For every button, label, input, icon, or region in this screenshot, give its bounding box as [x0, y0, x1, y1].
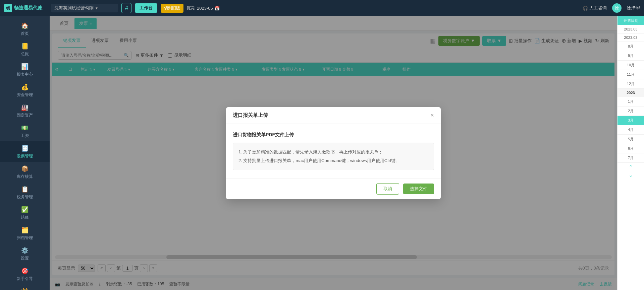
guide-icon: 🎯: [21, 267, 29, 275]
period-item-9[interactable]: 2月: [618, 106, 644, 116]
period-item-4[interactable]: 10月: [618, 61, 644, 70]
modal-close-button[interactable]: ×: [430, 112, 434, 119]
sidebar-item-payroll[interactable]: 💵 工资: [0, 121, 50, 141]
main-content: 首页 发票 × 销项发票 进项发票 费用小票: [50, 16, 617, 290]
switch-old-button[interactable]: 切到旧版: [161, 4, 183, 13]
period-panel: 开票日期 2023.03 2023.03 8月 9月 10月 11月 12月 2…: [617, 16, 644, 290]
modal-select-file-button[interactable]: 选择文件: [403, 184, 434, 194]
period-item-5[interactable]: 11月: [618, 70, 644, 79]
sidebar-label-payroll: 工资: [21, 133, 29, 139]
period-item-12[interactable]: 5月: [618, 135, 644, 144]
top-bar-right: 🎧 人工咨询 徐 徐泽华: [583, 3, 640, 13]
period-item-13[interactable]: 6月: [618, 144, 644, 153]
modal-info-item-2: 2. 支持批量上传进口报关单，mac用户使用Command键，windows用户…: [238, 156, 428, 165]
period-label: 账期: [187, 5, 196, 11]
period-item-8[interactable]: 1月: [618, 97, 644, 106]
sidebar-label-reports: 报表中心: [17, 72, 33, 77]
sidebar-item-guide[interactable]: 🎯 新手引导: [0, 264, 50, 284]
inventory-icon: 📦: [21, 165, 29, 172]
logo-icon: 畅: [4, 4, 12, 12]
sidebar-label-guide: 新手引导: [17, 276, 33, 282]
sidebar: 🏠 首页 📒 总账 📊 报表中心 💰 资金管理 🏭 固定资产 💵 工资 🧾 发票…: [0, 16, 50, 290]
sidebar-label-inventory: 库存核算: [17, 174, 33, 179]
period-item-2[interactable]: 8月: [618, 42, 644, 51]
top-bar: 畅 畅捷通易代账 沈海英测试经营勾削 ▼ 🖨 工作台 切到旧版 账期 2023-…: [0, 0, 644, 16]
user-name: 徐泽华: [627, 5, 640, 11]
modal-cancel-button[interactable]: 取消: [376, 183, 399, 195]
sidebar-item-vip[interactable]: 👑 畅会员: [0, 284, 50, 290]
period-down-icon[interactable]: ⌄: [629, 172, 633, 178]
funds-icon: 💰: [21, 83, 29, 91]
sidebar-label-settlement: 结账: [21, 215, 29, 220]
sidebar-label-funds: 资金管理: [17, 92, 33, 98]
ledger-icon: 📒: [21, 43, 29, 50]
sidebar-item-settlement[interactable]: ✅ 结账: [0, 203, 50, 223]
service-button[interactable]: 🎧 人工咨询: [583, 5, 607, 11]
modal-overlay: 进口报关单上传 × 进口货物报关单PDF文件上传 1. 为了更加精准的数据匹配，…: [50, 16, 617, 290]
sidebar-label-home: 首页: [21, 31, 29, 37]
modal-title: 进口报关单上传: [233, 112, 268, 119]
period-value: 2023-05: [197, 6, 213, 11]
period-up-icon[interactable]: ⌃: [629, 164, 633, 170]
modal-section-title: 进口货物报关单PDF文件上传: [233, 132, 434, 138]
invoice-icon: 🧾: [21, 145, 29, 152]
app-name: 畅捷通易代账: [14, 5, 42, 11]
company-dropdown-icon: ▼: [95, 6, 98, 10]
main-layout: 🏠 首页 📒 总账 📊 报表中心 💰 资金管理 🏭 固定资产 💵 工资 🧾 发票…: [0, 16, 644, 290]
archive-icon: 🗂️: [21, 226, 29, 234]
sidebar-label-archive: 归档管理: [17, 235, 33, 241]
print-button[interactable]: 🖨: [121, 3, 131, 13]
sidebar-item-home[interactable]: 🏠 首页: [0, 19, 50, 39]
modal-body: 进口货物报关单PDF文件上传 1. 为了更加精准的数据匹配，请先录入海关缴款书，…: [226, 124, 441, 178]
sidebar-item-inventory[interactable]: 📦 库存核算: [0, 162, 50, 182]
sidebar-item-funds[interactable]: 💰 资金管理: [0, 80, 50, 100]
home-icon: 🏠: [21, 22, 29, 29]
period-item-3[interactable]: 9月: [618, 51, 644, 61]
sidebar-item-reports[interactable]: 📊 报表中心: [0, 60, 50, 80]
sidebar-label-invoice: 发票管理: [17, 153, 33, 159]
sidebar-item-tax[interactable]: 📋 税务管理: [0, 182, 50, 203]
headset-icon: 🎧: [583, 6, 588, 11]
period-item-14[interactable]: 7月: [618, 153, 644, 163]
reports-icon: 📊: [21, 63, 29, 70]
sidebar-item-invoice[interactable]: 🧾 发票管理: [0, 141, 50, 162]
modal-info-box: 1. 为了更加精准的数据匹配，请先录入海关缴款书，再上传对应的报关单； 2. 支…: [233, 143, 434, 170]
sidebar-label-tax: 税务管理: [17, 194, 33, 200]
sidebar-item-fixed-assets[interactable]: 🏭 固定资产: [0, 100, 50, 121]
sidebar-label-settings: 设置: [21, 256, 29, 261]
modal-header: 进口报关单上传 ×: [226, 107, 441, 124]
tax-icon: 📋: [21, 186, 29, 193]
payroll-icon: 💵: [21, 124, 29, 132]
period-item-0[interactable]: 2023.03: [618, 25, 644, 33]
sidebar-item-archive[interactable]: 🗂️ 归档管理: [0, 223, 50, 243]
period-item-10[interactable]: 3月: [618, 116, 644, 125]
settings-icon: ⚙️: [21, 247, 29, 254]
sidebar-label-fixed-assets: 固定资产: [17, 113, 33, 118]
company-selector[interactable]: 沈海英测试经营勾削 ▼: [51, 4, 118, 12]
modal-import-customs: 进口报关单上传 × 进口货物报关单PDF文件上传 1. 为了更加精准的数据匹配，…: [226, 107, 441, 199]
period-item-11[interactable]: 4月: [618, 125, 644, 135]
app-logo: 畅 畅捷通易代账: [4, 4, 48, 12]
period-item-year[interactable]: 2023: [618, 89, 644, 97]
period-item-6[interactable]: 12月: [618, 79, 644, 89]
sidebar-item-settings[interactable]: ⚙️ 设置: [0, 243, 50, 264]
settlement-icon: ✅: [21, 206, 29, 213]
sidebar-item-ledger[interactable]: 📒 总账: [0, 39, 50, 60]
calendar-icon[interactable]: 📅: [214, 6, 220, 11]
modal-footer: 取消 选择文件: [226, 178, 441, 199]
period-nav-buttons: ⌃ ⌄: [629, 164, 633, 178]
fixed-assets-icon: 🏭: [21, 104, 29, 111]
open-date-label: 开票日期: [619, 18, 643, 23]
service-label: 人工咨询: [589, 5, 607, 11]
modal-info-item-1: 1. 为了更加精准的数据匹配，请先录入海关缴款书，再上传对应的报关单；: [238, 148, 428, 156]
period-panel-title[interactable]: 开票日期: [618, 16, 644, 25]
period-info: 账期 2023-05 📅: [187, 5, 220, 11]
sidebar-label-ledger: 总账: [21, 51, 29, 57]
workspace-button[interactable]: 工作台: [135, 3, 157, 13]
user-avatar[interactable]: 徐: [612, 3, 622, 13]
vip-icon: 👑: [21, 288, 29, 290]
period-item-1[interactable]: 2023.03: [618, 33, 644, 42]
company-name: 沈海英测试经营勾削: [54, 5, 94, 11]
